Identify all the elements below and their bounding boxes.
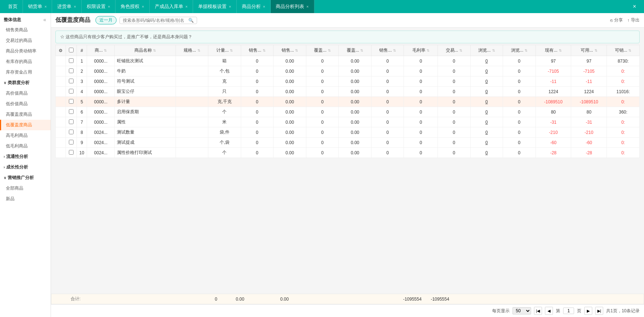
row-sales2: 0.00 bbox=[274, 127, 306, 138]
col-stock1[interactable]: 现有... ⇅ bbox=[535, 45, 571, 56]
row-checkbox[interactable] bbox=[69, 89, 74, 94]
next-page-button[interactable]: ▶ bbox=[584, 307, 592, 315]
col-browse2[interactable]: 浏览... ⇅ bbox=[503, 45, 536, 56]
col-browse1[interactable]: 浏览... ⇅ bbox=[470, 45, 503, 56]
search-icon[interactable]: 🔍 bbox=[188, 18, 194, 23]
nav-tab-analysis-list[interactable]: 商品分析列表 × bbox=[271, 0, 314, 13]
prev-page-button[interactable]: ◀ bbox=[545, 307, 553, 315]
row-checkbox[interactable] bbox=[69, 130, 74, 134]
share-button[interactable]: ⎋ 分享 bbox=[610, 17, 623, 23]
row-checkbox[interactable] bbox=[69, 58, 74, 63]
page-size-select[interactable]: 50 100 200 bbox=[513, 307, 531, 314]
col-sales2[interactable]: 销售... ⇅ bbox=[274, 45, 306, 56]
arrow-down-icon: ∨ bbox=[4, 81, 6, 85]
sidebar-item-low-coverage[interactable]: 低覆盖度商品 bbox=[0, 120, 51, 130]
col-gross[interactable]: 毛利率 ⇅ bbox=[404, 45, 438, 56]
close-analysis-list-tab[interactable]: × bbox=[306, 4, 309, 9]
row-stock2: -28 bbox=[571, 148, 607, 158]
sidebar-item-high-value[interactable]: 高价值商品 bbox=[0, 88, 51, 99]
row-stock1: 80 bbox=[535, 107, 571, 117]
nav-tab-home[interactable]: 首页 bbox=[3, 0, 23, 13]
nav-tab-roles[interactable]: 角色授权 × bbox=[115, 0, 149, 13]
row-settings bbox=[56, 66, 66, 76]
sidebar-item-traded-goods[interactable]: 交易过的商品 bbox=[0, 35, 51, 46]
sidebar-liquidity-header[interactable]: › 流通性分析 bbox=[0, 151, 51, 162]
sidebar-item-new-goods[interactable]: 新品 bbox=[0, 194, 51, 204]
sidebar-category-analysis-header[interactable]: ∨ 类群度分析 bbox=[0, 78, 51, 88]
table-row: 90024...测试提成个,袋00.0000.0000000-60-600: bbox=[56, 138, 640, 148]
row-checkbox[interactable] bbox=[69, 150, 74, 155]
table-row: 40000...眼宝公仔只00.0000.0000000122412241101… bbox=[56, 87, 640, 97]
row-trade: 0 bbox=[438, 76, 471, 87]
nav-tab-products[interactable]: 产成品入库单 × bbox=[150, 0, 193, 13]
row-sales1: 0 bbox=[241, 117, 274, 127]
search-input[interactable] bbox=[123, 18, 188, 23]
row-settings bbox=[56, 148, 66, 158]
col-stock3[interactable]: 可销... ⇅ bbox=[607, 45, 640, 56]
sidebar-item-category-rate[interactable]: 商品分类动销率 bbox=[0, 46, 51, 56]
footer-cells: 0 0.00 0.00 -1095554 -1095554 bbox=[85, 297, 639, 302]
close-sales-tab[interactable]: × bbox=[44, 4, 47, 9]
col-sales3[interactable]: 销售... ⇅ bbox=[371, 45, 404, 56]
sidebar-growth-header[interactable]: › 成长性分析 bbox=[0, 162, 51, 173]
row-gross: 0 bbox=[404, 56, 438, 66]
col-spec[interactable]: 规格... ⇅ bbox=[176, 45, 208, 56]
col-settings[interactable]: ⚙ bbox=[56, 45, 66, 56]
sidebar-marketing-header[interactable]: ∨ 营销推广分析 bbox=[0, 173, 51, 183]
sidebar-item-sales-goods[interactable]: 销售类商品 bbox=[0, 25, 51, 35]
row-stock1: -210 bbox=[535, 127, 571, 138]
row-checkbox[interactable] bbox=[69, 68, 74, 73]
sidebar-item-all-goods[interactable]: 全部商品 bbox=[0, 183, 51, 194]
row-checkbox[interactable] bbox=[69, 79, 74, 83]
row-sales1: 0 bbox=[241, 107, 274, 117]
close-purchase-tab[interactable]: × bbox=[74, 4, 76, 9]
col-trade[interactable]: 交易... ⇅ bbox=[438, 45, 471, 56]
row-stock3: 0: bbox=[607, 66, 640, 76]
nav-tab-purchase[interactable]: 进货单 × bbox=[52, 0, 81, 13]
last-page-button[interactable]: ▶| bbox=[595, 307, 603, 315]
close-analysis-tab[interactable]: × bbox=[263, 4, 265, 9]
sidebar-whole-info-header: 整体信息 bbox=[4, 17, 41, 23]
window-close-button[interactable]: × bbox=[628, 0, 641, 13]
sidebar-item-low-gross[interactable]: 低毛利商品 bbox=[0, 141, 51, 151]
row-cover1: 0 bbox=[306, 117, 339, 127]
select-all-checkbox[interactable] bbox=[69, 48, 74, 52]
sidebar-item-low-value[interactable]: 低价值商品 bbox=[0, 99, 51, 109]
row-checkbox[interactable] bbox=[69, 99, 74, 104]
col-unit[interactable]: 计量... ⇅ bbox=[208, 45, 241, 56]
row-code: 0000... bbox=[87, 97, 115, 107]
row-sales3: 0 bbox=[371, 66, 404, 76]
row-num: 9 bbox=[77, 138, 87, 148]
nav-tab-analysis[interactable]: 商品分析 × bbox=[237, 0, 271, 13]
row-checkbox[interactable] bbox=[69, 140, 74, 144]
first-page-button[interactable]: |◀ bbox=[534, 307, 542, 315]
nav-tab-sales[interactable]: 销货单 × bbox=[23, 0, 52, 13]
row-gross: 0 bbox=[404, 87, 438, 97]
col-stock2[interactable]: 可用... ⇅ bbox=[571, 45, 607, 56]
col-sales1[interactable]: 销售... ⇅ bbox=[241, 45, 274, 56]
row-checkbox[interactable] bbox=[69, 109, 74, 114]
sidebar-item-high-gross[interactable]: 高毛利商品 bbox=[0, 130, 51, 141]
col-cover1[interactable]: 覆盖... ⇅ bbox=[306, 45, 339, 56]
row-browse2: 0 bbox=[503, 138, 536, 148]
nav-tab-permissions[interactable]: 权限设置 × bbox=[82, 0, 115, 13]
close-roles-tab[interactable]: × bbox=[142, 4, 144, 9]
col-cover2[interactable]: 覆盖... ⇅ bbox=[339, 45, 372, 56]
page-number-input[interactable] bbox=[563, 308, 574, 314]
sidebar-item-stocked-goods[interactable]: 有库存的商品 bbox=[0, 56, 51, 67]
col-code[interactable]: 商... ⇅ bbox=[87, 45, 115, 56]
close-permissions-tab[interactable]: × bbox=[108, 4, 110, 9]
close-products-tab[interactable]: × bbox=[185, 4, 188, 9]
period-button[interactable]: 近一月 bbox=[95, 16, 117, 24]
close-template-tab[interactable]: × bbox=[229, 4, 231, 9]
row-code: 0024... bbox=[87, 148, 115, 158]
nav-tab-template[interactable]: 单据模板设置 × bbox=[193, 0, 236, 13]
sidebar-item-inventory-fund[interactable]: 库存资金占用 bbox=[0, 67, 51, 78]
sidebar-item-high-coverage[interactable]: 高覆盖度商品 bbox=[0, 109, 51, 120]
row-trade: 0 bbox=[438, 87, 471, 97]
row-checkbox[interactable] bbox=[69, 119, 74, 124]
sidebar-collapse-button[interactable]: « bbox=[41, 16, 48, 23]
export-button[interactable]: ↑ 导出 bbox=[627, 17, 640, 23]
row-spec bbox=[176, 87, 208, 97]
col-name[interactable]: 商品名称 ⇅ bbox=[115, 45, 176, 56]
